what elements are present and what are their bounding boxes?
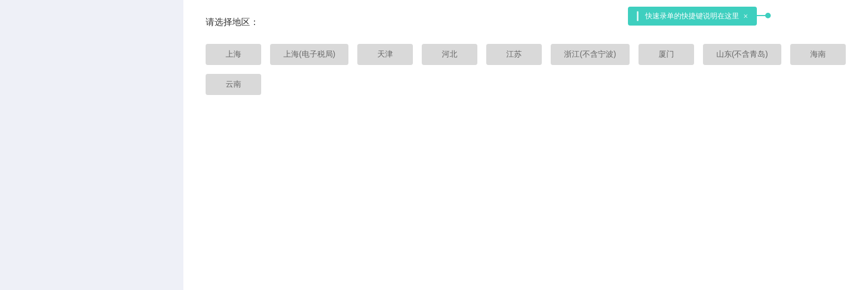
main-content: 请选择地区： 上海上海(电子税局)天津河北江苏浙江(不含宁波)厦门山东(不含青岛…	[183, 0, 868, 290]
region-button[interactable]: 上海	[206, 44, 261, 65]
tooltip-close-button[interactable]: ×	[744, 12, 748, 21]
region-button[interactable]: 山东(不含青岛)	[703, 44, 781, 65]
region-button[interactable]: 厦门	[638, 44, 694, 65]
region-button[interactable]: 海南	[790, 44, 846, 65]
region-button[interactable]: 天津	[357, 44, 413, 65]
tooltip-dot	[765, 13, 771, 18]
region-grid: 上海上海(电子税局)天津河北江苏浙江(不含宁波)厦门山东(不含青岛)海南云南	[206, 44, 846, 95]
region-button[interactable]: 上海(电子税局)	[270, 44, 348, 65]
sidebar	[0, 0, 183, 290]
tooltip-text: 快速录单的快捷键说明在这里	[645, 11, 739, 21]
region-button[interactable]: 河北	[422, 44, 477, 65]
region-button[interactable]: 云南	[206, 74, 261, 95]
region-button[interactable]: 江苏	[486, 44, 542, 65]
region-button[interactable]: 浙江(不含宁波)	[551, 44, 629, 65]
tooltip-bubble: 快速录单的快捷键说明在这里 ×	[628, 7, 757, 26]
